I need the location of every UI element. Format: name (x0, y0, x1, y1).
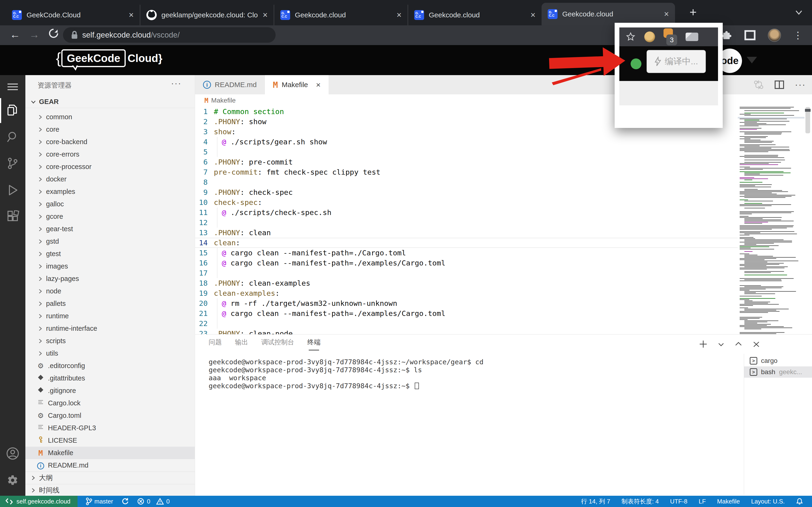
profile-avatar[interactable] (768, 29, 781, 42)
minimap-bar (744, 251, 753, 252)
tree-file[interactable]: Cargo.lock (26, 397, 195, 409)
terminal-label: cargo (761, 357, 777, 364)
address-bar[interactable]: self.geekcode.cloud/vscode/ (63, 27, 275, 43)
cursor-position[interactable]: 行 14, 列 7 (581, 497, 610, 506)
tree-folder[interactable]: core-backend (26, 136, 195, 148)
browser-tab[interactable]: G.C.CGeekCode.Cloud× (6, 5, 140, 25)
forward-icon[interactable]: → (28, 29, 41, 40)
tree-folder[interactable]: gstd (26, 235, 195, 247)
tree-folder[interactable]: scripts (26, 335, 195, 347)
tree-folder[interactable]: common (26, 111, 195, 123)
account-icon[interactable] (6, 447, 19, 460)
tree-folder[interactable]: images (26, 260, 195, 273)
folder-name: lazy-pages (46, 275, 79, 283)
browser-tab[interactable]: geeklamp/geekcode.cloud: Clo× (140, 5, 274, 25)
terminal-list-item[interactable]: >bashgeekc... (744, 367, 812, 378)
source-control-icon[interactable] (6, 157, 19, 170)
run-debug-icon[interactable] (6, 183, 19, 197)
close-tab-icon[interactable]: × (530, 10, 536, 20)
close-tab-icon[interactable]: × (397, 10, 402, 20)
close-panel-icon[interactable] (752, 340, 760, 349)
explorer-icon[interactable] (6, 103, 19, 116)
close-tab-icon[interactable]: × (664, 9, 669, 19)
problems-indicator[interactable]: 0 0 (137, 498, 170, 505)
eol[interactable]: LF (699, 498, 706, 505)
editor-more-actions-icon[interactable]: ··· (795, 82, 806, 87)
tree-file[interactable]: MMakefile (26, 447, 195, 459)
settings-gear-icon[interactable] (6, 474, 19, 487)
browser-menu-kebab-icon[interactable]: ⋮ (793, 33, 803, 37)
split-editor-icon[interactable] (774, 80, 784, 90)
terminal-list-item[interactable]: >cargo (744, 355, 812, 367)
close-tab-icon[interactable]: × (263, 10, 268, 20)
explorer-more-actions[interactable]: ··· (171, 78, 182, 88)
tree-folder[interactable]: pallets (26, 297, 195, 310)
browser-tab[interactable]: G.C.CGeekcode.cloud× (542, 3, 675, 25)
branch-indicator[interactable]: master (86, 497, 113, 505)
minimap-bar (744, 157, 784, 158)
new-tab-button[interactable]: + (687, 6, 700, 19)
chevron-down-icon (31, 99, 36, 105)
browser-tab[interactable]: G.C.CGeekcode.cloud× (408, 5, 542, 25)
tree-folder[interactable]: utils (26, 347, 195, 359)
timeline-section[interactable]: 时间线 (26, 484, 195, 496)
close-tab-icon[interactable]: × (316, 80, 321, 90)
panel-tab-输出[interactable]: 输出 (235, 338, 248, 350)
tree-folder[interactable]: core (26, 123, 195, 136)
tree-folder[interactable]: gear-test (26, 223, 195, 235)
tree-file[interactable]: HEADER-GPL3 (26, 422, 195, 434)
tree-folder[interactable]: docker (26, 173, 195, 185)
tree-folder[interactable]: runtime (26, 310, 195, 322)
minimap-bar (740, 167, 750, 167)
tree-folder[interactable]: examples (26, 185, 195, 198)
tree-folder[interactable]: galloc (26, 198, 195, 210)
project-section-header[interactable]: GEAR (26, 96, 195, 108)
reload-icon[interactable] (47, 27, 60, 42)
minimap-bar (744, 168, 791, 169)
maximize-panel-icon[interactable] (734, 340, 743, 349)
browser-tab[interactable]: G.C.CGeekcode.cloud× (274, 5, 408, 25)
tree-folder[interactable]: gtest (26, 247, 195, 260)
extensions-icon[interactable] (6, 210, 19, 223)
tree-folder[interactable]: core-errors (26, 148, 195, 161)
tab-size[interactable]: 制表符长度: 4 (621, 497, 659, 506)
minimap[interactable] (738, 107, 805, 334)
tree-folder[interactable]: runtime-interface (26, 322, 195, 335)
notifications-bell-icon[interactable] (796, 497, 803, 505)
tab-search-chevron-icon[interactable] (794, 8, 804, 16)
search-icon[interactable] (6, 130, 19, 143)
tree-file[interactable]: iREADME.md (26, 459, 195, 471)
tree-folder[interactable]: gcore (26, 210, 195, 223)
new-terminal-icon[interactable] (699, 340, 708, 349)
tab-makefile[interactable]: M Makefile × (265, 75, 329, 94)
header-dropdown-caret-icon[interactable] (747, 57, 757, 63)
tree-folder[interactable]: core-processor (26, 161, 195, 173)
tree-file[interactable]: .gitattributes (26, 372, 195, 385)
close-tab-icon[interactable]: × (129, 10, 134, 20)
menu-icon[interactable] (6, 80, 19, 94)
compare-changes-icon[interactable] (754, 79, 764, 90)
terminal-dropdown-chevron-icon[interactable] (718, 340, 725, 349)
sync-indicator[interactable] (121, 497, 129, 505)
tree-file[interactable]: ⚙.editorconfig (26, 359, 195, 372)
keyboard-layout[interactable]: Layout: U.S. (751, 498, 785, 505)
tree-folder[interactable]: lazy-pages (26, 273, 195, 285)
tree-file[interactable]: .gitignore (26, 385, 195, 397)
encoding[interactable]: UTF-8 (670, 498, 688, 505)
back-icon[interactable]: ← (8, 29, 21, 40)
tree-file[interactable]: ⚙Cargo.toml (26, 409, 195, 422)
outline-section[interactable]: 大纲 (26, 471, 195, 484)
panel-tab-问题[interactable]: 问题 (209, 338, 222, 350)
tree-file[interactable]: LICENSE (26, 434, 195, 447)
side-panel-icon[interactable] (744, 30, 756, 40)
code-editor[interactable]: 1# Common section2.PHONY: show3show:4@ .… (195, 107, 738, 334)
language-mode[interactable]: Makefile (717, 498, 740, 505)
terminal[interactable]: geekcode@workspace-prod-3vy8jq-7d778984c… (209, 358, 484, 390)
geekcode-logo: { GeekCode Cloud} (56, 49, 162, 67)
remote-indicator[interactable]: self.geekcode.cloud (0, 496, 78, 507)
gcc-favicon: G.C.C (280, 10, 290, 20)
panel-tab-调试控制台[interactable]: 调试控制台 (261, 338, 294, 350)
panel-tab-终端[interactable]: 终端 (307, 338, 320, 350)
tree-folder[interactable]: node (26, 285, 195, 297)
tab-readme[interactable]: i README.md (195, 75, 265, 94)
